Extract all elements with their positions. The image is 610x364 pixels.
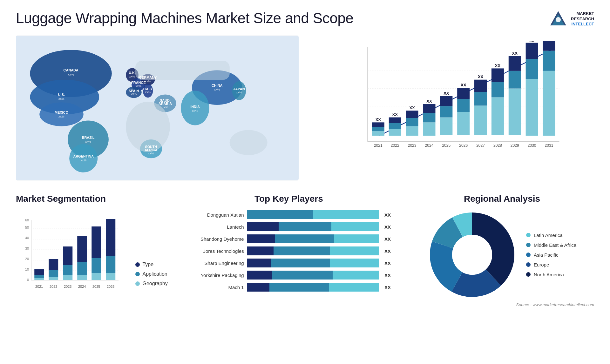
svg-text:ARABIA: ARABIA [159, 102, 172, 105]
svg-text:XX: XX [376, 117, 381, 122]
svg-rect-139 [63, 275, 72, 280]
svg-text:20: 20 [25, 257, 29, 261]
svg-text:30: 30 [25, 246, 29, 250]
svg-text:60: 60 [25, 218, 29, 222]
svg-text:2024: 2024 [78, 285, 86, 288]
segmentation-title: Market Segmentation [16, 194, 168, 204]
svg-rect-133 [34, 269, 44, 275]
svg-text:xx%: xx% [129, 75, 135, 78]
svg-rect-104 [509, 56, 521, 71]
svg-rect-107 [526, 79, 538, 136]
svg-rect-92 [475, 105, 487, 135]
svg-rect-67 [389, 129, 401, 136]
players-title: Top Key Players [180, 194, 397, 204]
svg-text:BRAZIL: BRAZIL [82, 136, 95, 139]
svg-rect-94 [475, 80, 487, 92]
logo-container: MARKET RESEARCH INTELLECT [549, 10, 594, 29]
svg-rect-79 [423, 104, 436, 113]
player-bar-shandong [247, 234, 379, 243]
legend-dot-application [135, 272, 140, 276]
regional-legend-latin-america: Latin America [526, 233, 576, 238]
svg-text:GERMANY: GERMANY [139, 76, 157, 79]
player-name-yorkshire: Yorkshire Packaging [187, 273, 244, 278]
svg-text:2026: 2026 [107, 285, 114, 288]
donut-chart-container [428, 210, 517, 299]
dot-mea [526, 243, 531, 247]
svg-text:ARGENTINA: ARGENTINA [73, 154, 94, 158]
svg-rect-97 [491, 97, 504, 135]
player-bar-yorkshire [247, 271, 379, 280]
player-row-shandong: Shandong Dyehome XX [187, 234, 391, 243]
svg-rect-136 [49, 270, 58, 277]
legend-item-geography: Geography [135, 281, 167, 286]
header: Luggage Wrapping Machines Market Size an… [16, 10, 594, 29]
svg-text:2021: 2021 [374, 143, 383, 148]
player-value-yorkshire: XX [384, 273, 391, 278]
svg-rect-83 [440, 106, 453, 117]
regional-legend-mea: Middle East & Africa [526, 242, 576, 248]
svg-rect-141 [63, 246, 72, 265]
player-bar-sharp [247, 259, 379, 267]
svg-rect-74 [406, 111, 418, 118]
dot-europe [526, 262, 531, 267]
svg-text:U.K.: U.K. [129, 71, 136, 75]
bottom-section: Market Segmentation 0 10 20 30 40 50 [16, 191, 594, 311]
svg-text:xx%: xx% [58, 97, 64, 100]
player-row-yorkshire: Yorkshire Packaging XX [187, 271, 391, 280]
svg-text:xx%: xx% [58, 115, 64, 118]
svg-rect-103 [509, 71, 521, 89]
svg-text:xx%: xx% [145, 79, 151, 83]
regional-legend-north-america: North America [526, 272, 576, 277]
player-value-jores: XX [384, 248, 391, 254]
svg-text:xx%: xx% [68, 73, 74, 76]
source-text: Source : www.marketresearchintellect.com [410, 302, 594, 307]
svg-text:2024: 2024 [425, 143, 434, 148]
svg-text:xx%: xx% [80, 158, 86, 162]
player-row-lantech: Lantech XX [187, 222, 391, 231]
player-name-jores: Jores Technologies [187, 248, 244, 254]
regional-content: Latin America Middle East & Africa Asia … [410, 210, 594, 299]
svg-rect-152 [106, 256, 115, 273]
svg-rect-99 [491, 68, 504, 82]
svg-rect-88 [458, 99, 470, 112]
player-value-shandong: XX [384, 236, 391, 242]
svg-text:2021: 2021 [35, 285, 43, 288]
svg-rect-62 [372, 131, 384, 136]
player-name-lantech: Lantech [187, 224, 244, 230]
segmentation-chart: 0 10 20 30 40 50 60 [16, 210, 168, 293]
svg-rect-69 [389, 118, 401, 123]
svg-rect-108 [526, 59, 538, 79]
svg-text:INDIA: INDIA [190, 105, 200, 109]
segmentation-legend: Type Application Geography [135, 262, 167, 293]
player-row-sharp: Sharp Engineering XX [187, 259, 391, 267]
logo-icon [549, 10, 568, 29]
legend-dot-geography [135, 281, 140, 286]
player-name-mach1: Mach 1 [187, 285, 244, 290]
player-bar-lantech [247, 222, 379, 231]
svg-text:CHINA: CHINA [212, 84, 223, 87]
svg-rect-82 [440, 118, 453, 135]
player-bar-dongguan [247, 210, 379, 219]
svg-text:2025: 2025 [442, 143, 451, 148]
regional-legend-asia-pacific: Asia Pacific [526, 252, 576, 258]
svg-rect-63 [372, 127, 384, 131]
bar-chart-section: XX 2021 XX 2022 XX 2023 [311, 35, 594, 181]
dot-latin-america [526, 233, 531, 237]
player-bar-mach1 [247, 283, 379, 292]
svg-rect-93 [475, 92, 487, 106]
svg-text:2028: 2028 [493, 143, 502, 148]
svg-rect-64 [372, 122, 384, 127]
legend-item-application: Application [135, 271, 167, 277]
dot-asia-pacific [526, 253, 531, 257]
svg-rect-137 [49, 259, 58, 270]
player-name-dongguan: Dongguan Xutian [187, 212, 244, 218]
player-name-sharp: Sharp Engineering [187, 260, 244, 266]
regional-legend-europe: Europe [526, 262, 576, 267]
svg-text:AFRICA: AFRICA [145, 148, 158, 152]
svg-text:2030: 2030 [528, 143, 536, 148]
svg-text:JAPAN: JAPAN [233, 87, 245, 91]
player-name-shandong: Shandong Dyehome [187, 236, 244, 242]
svg-text:xx%: xx% [145, 90, 151, 94]
regional-section: Regional Analysis [410, 191, 594, 311]
svg-rect-132 [34, 275, 44, 278]
